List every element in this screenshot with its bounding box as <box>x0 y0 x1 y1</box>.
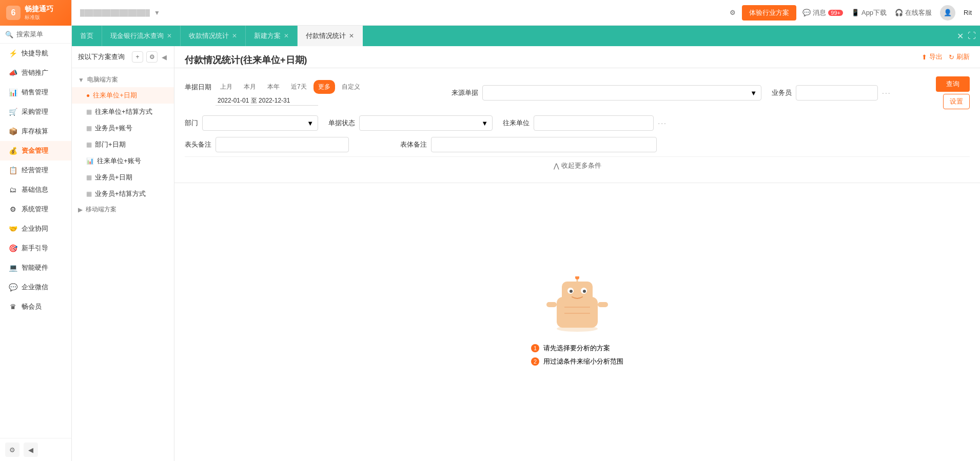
scheme-item-unit-date[interactable]: ● 往来单位+日期 <box>72 87 174 104</box>
finance-icon: 💰 <box>8 147 17 155</box>
page-title: 付款情况统计(往来单位+日期) <box>185 54 922 66</box>
basic-info-icon: 🗂 <box>8 186 17 194</box>
tab-receipt-stat-close[interactable]: ✕ <box>232 32 237 39</box>
sidebar-item-system[interactable]: ⚙ 系统管理 <box>0 199 71 219</box>
empty-robot-svg <box>541 276 613 333</box>
export-btn[interactable]: ⬆ 导出 <box>922 52 943 62</box>
scheme-panel-collapse-btn[interactable]: ◀ <box>161 52 168 62</box>
date-btn-more[interactable]: 更多 <box>313 80 335 94</box>
header-note-label: 表头备注 <box>185 140 211 149</box>
scheme-tree: ▼ 电脑端方案 ● 往来单位+日期 ▦ 往来单位+结算方式 ▦ 业务员+账号 <box>72 68 174 461</box>
sidebar-item-guide[interactable]: 🎯 新手引导 <box>0 238 71 258</box>
logo-text: 畅捷通巧 <box>25 5 53 14</box>
scheme-item-staff-settlement[interactable]: ▦ 业务员+结算方式 <box>72 186 174 202</box>
sidebar: 6 畅捷通巧 标准版 🔍 搜索菜单 ⚡ 快捷导航 📣 营销推广 📊 销售管理 🛒… <box>0 0 72 461</box>
logo: 6 畅捷通巧 标准版 <box>0 0 71 26</box>
refresh-btn[interactable]: ↻ 刷新 <box>949 52 970 62</box>
hardware-icon: 💻 <box>8 264 17 272</box>
source-select[interactable]: ▼ <box>482 85 761 101</box>
topbar-settings-btn[interactable]: ⚙ <box>730 9 736 16</box>
query-btn[interactable]: 查询 <box>936 76 970 92</box>
tab-bank-flow[interactable]: 现金银行流水查询 ✕ <box>102 26 181 46</box>
enterprise-icon: 🤝 <box>8 225 17 233</box>
sidebar-item-sales[interactable]: 📊 销售管理 <box>0 83 71 102</box>
marketing-icon: 📣 <box>8 69 17 77</box>
date-btn-this-month[interactable]: 本月 <box>239 80 261 94</box>
member-icon: ♛ <box>8 303 17 311</box>
scheme-item-staff-account[interactable]: ▦ 业务员+账号 <box>72 120 174 136</box>
sidebar-item-basic-info[interactable]: 🗂 基础信息 <box>0 180 71 199</box>
scheme-item-staff-account-icon: ▦ <box>86 125 92 132</box>
sidebar-item-purchase[interactable]: 🛒 采购管理 <box>0 102 71 122</box>
tab-payment-stat[interactable]: 付款情况统计 ✕ <box>298 26 363 46</box>
tab-payment-stat-close[interactable]: ✕ <box>349 32 354 39</box>
sidebar-item-enterprise[interactable]: 🤝 企业协同 <box>0 219 71 238</box>
date-btn-this-year[interactable]: 本年 <box>263 80 284 94</box>
window-close-btn[interactable]: ✕ <box>957 31 964 41</box>
date-btn-7days[interactable]: 近7天 <box>286 80 311 94</box>
body-note-input[interactable] <box>431 137 657 152</box>
trial-btn[interactable]: 体验行业方案 <box>742 5 796 21</box>
related-unit-label: 往来单位 <box>503 118 530 128</box>
sidebar-footer: ⚙ ◀ <box>0 438 71 461</box>
mobile-icon: 📱 <box>851 9 859 16</box>
tab-receipt-stat[interactable]: 收款情况统计 ✕ <box>181 26 246 46</box>
date-btn-custom[interactable]: 自定义 <box>337 80 365 94</box>
collapse-more-btn[interactable]: ⋀ 收起更多条件 <box>185 156 970 174</box>
date-btn-last-month[interactable]: 上月 <box>215 80 237 94</box>
scheme-add-btn[interactable]: + <box>132 51 143 63</box>
main-area: ████████████████ ▼ ⚙ 体验行业方案 💬 消息 99+ 📱 A… <box>72 0 980 461</box>
tab-new-scheme[interactable]: 新建方案 ✕ <box>246 26 298 46</box>
content-area: 按以下方案查询 + ⚙ ◀ ▼ 电脑端方案 ● 往来单位+日期 ▦ <box>72 46 980 461</box>
sidebar-collapse-btn[interactable]: ◀ <box>24 443 38 457</box>
scheme-item-staff-date[interactable]: ▦ 业务员+日期 <box>72 169 174 186</box>
header-note-input[interactable] <box>215 137 349 152</box>
topbar: ████████████████ ▼ ⚙ 体验行业方案 💬 消息 99+ 📱 A… <box>72 0 980 26</box>
sidebar-nav: ⚡ 快捷导航 📣 营销推广 📊 销售管理 🛒 采购管理 📦 库存核算 💰 资金管… <box>0 44 71 438</box>
scheme-item-dept-date[interactable]: ▦ 部门+日期 <box>72 136 174 153</box>
online-service-btn[interactable]: 🎧 在线客服 <box>895 8 932 17</box>
related-unit-field: 往来单位 ··· <box>503 115 667 131</box>
tab-bank-flow-close[interactable]: ✕ <box>167 32 172 39</box>
mobile-group-header[interactable]: ▶ 移动端方案 <box>72 202 174 217</box>
sidebar-item-operation[interactable]: 📋 经营管理 <box>0 161 71 180</box>
dept-select[interactable]: ▼ <box>202 115 318 131</box>
sidebar-settings-btn[interactable]: ⚙ <box>5 443 19 457</box>
online-service-label: 在线客服 <box>905 8 932 17</box>
date-range-input[interactable]: 2022-01-01 至 2022-12-31 <box>215 96 318 106</box>
sidebar-item-member[interactable]: ♛ 畅会员 <box>0 297 71 316</box>
staff-dots-menu[interactable]: ··· <box>882 89 891 97</box>
sidebar-item-hardware[interactable]: 💻 智能硬件 <box>0 258 71 277</box>
scheme-item-unit-settlement[interactable]: ▦ 往来单位+结算方式 <box>72 104 174 120</box>
message-btn[interactable]: 💬 消息 99+ <box>802 8 843 17</box>
sidebar-item-quick-nav[interactable]: ⚡ 快捷导航 <box>0 44 71 63</box>
filter-settings-btn[interactable]: 设置 <box>943 94 970 109</box>
scheme-settings-btn[interactable]: ⚙ <box>146 51 158 63</box>
tab-new-scheme-close[interactable]: ✕ <box>284 32 289 39</box>
voucher-status-dropdown-icon: ▼ <box>481 119 488 127</box>
app-download-btn[interactable]: 📱 App下载 <box>851 8 887 17</box>
related-unit-dots-menu[interactable]: ··· <box>658 119 667 127</box>
desktop-group-header[interactable]: ▼ 电脑端方案 <box>72 72 174 87</box>
user-avatar[interactable]: 👤 <box>940 5 955 21</box>
empty-tip-2: 2 用过滤条件来缩小分析范围 <box>531 357 623 366</box>
voucher-status-select[interactable]: ▼ <box>359 115 493 131</box>
related-unit-input[interactable] <box>534 115 654 131</box>
addr-dropdown-icon[interactable]: ▼ <box>154 9 160 16</box>
sidebar-item-wechat[interactable]: 💬 企业微信 <box>0 277 71 297</box>
sidebar-item-marketing[interactable]: 📣 营销推广 <box>0 63 71 83</box>
sidebar-item-finance[interactable]: 💰 资金管理 <box>0 141 71 161</box>
empty-state-tips: 1 请先选择要分析的方案 2 用过滤条件来缩小分析范围 <box>531 344 623 370</box>
quick-nav-icon: ⚡ <box>8 49 17 57</box>
staff-input[interactable] <box>796 85 878 101</box>
topbar-actions: 💬 消息 99+ 📱 App下载 🎧 在线客服 👤 Rit <box>802 5 972 21</box>
tab-home[interactable]: 首页 <box>72 26 102 46</box>
username[interactable]: Rit <box>964 9 972 16</box>
filter-action-col: 查询 设置 <box>936 76 970 109</box>
search-menu[interactable]: 🔍 搜索菜单 <box>0 26 71 44</box>
scheme-item-unit-account[interactable]: 📊 往来单位+账号 <box>72 153 174 169</box>
scheme-item-unit-date-icon: ● <box>86 92 90 99</box>
window-expand-btn[interactable]: ⛶ <box>968 31 976 41</box>
tabs-bar: 首页 现金银行流水查询 ✕ 收款情况统计 ✕ 新建方案 ✕ 付款情况统计 ✕ ✕… <box>72 26 980 46</box>
sidebar-item-inventory[interactable]: 📦 库存核算 <box>0 122 71 141</box>
